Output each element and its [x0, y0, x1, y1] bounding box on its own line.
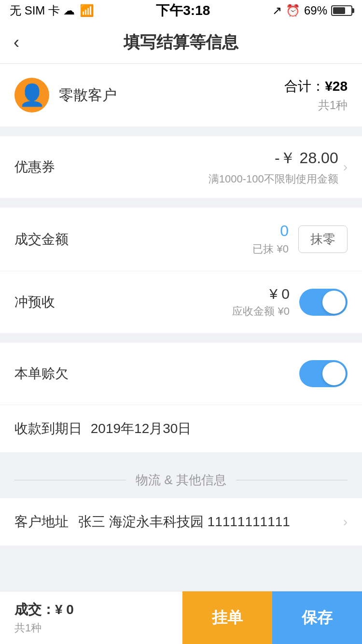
bottom-count: 共1种	[14, 621, 168, 635]
deal-card: 成交金额 0 已抹 ¥0 抹零 冲预收 ¥ 0 应收金额 ¥0	[0, 208, 362, 333]
logistics-title: 物流 & 其他信息	[136, 472, 226, 489]
alarm-icon: ⏰	[286, 4, 300, 17]
debt-toggle[interactable]	[299, 360, 348, 387]
logistics-header-inner: 物流 & 其他信息	[14, 472, 348, 489]
customer-row: 👤 零散客户 合计：¥28 共1种	[0, 64, 362, 126]
hang-order-button[interactable]: 挂单	[182, 591, 272, 644]
coupon-right: -￥ 28.00 满1000-100不限制使用金额	[209, 148, 338, 186]
location-icon: ↗	[272, 4, 282, 17]
pre-receipt-label: 冲预收	[14, 293, 55, 311]
deal-amount-label: 成交金额	[14, 230, 69, 249]
zeroed-label: 已抹 ¥0	[252, 242, 289, 256]
deal-amount-row: 成交金额 0 已抹 ¥0 抹零	[0, 208, 362, 271]
customer-left: 👤 零散客户	[14, 78, 117, 112]
address-row[interactable]: 客户地址 张三 海淀永丰科技园 11111111111 ›	[0, 498, 362, 546]
address-label: 客户地址	[14, 513, 69, 531]
debt-label: 本单赊欠	[14, 364, 69, 383]
round-zero-button[interactable]: 抹零	[298, 225, 348, 253]
address-chevron-icon: ›	[343, 514, 348, 530]
pre-receipt-right: ¥ 0 应收金额 ¥0	[232, 286, 348, 319]
address-value: 张三 海淀永丰科技园 11111111111	[78, 513, 343, 531]
battery-percent: 69%	[304, 4, 327, 17]
no-sim-text: 无 SIM 卡 ☁	[10, 3, 75, 18]
battery-icon	[331, 5, 352, 16]
customer-name: 零散客户	[59, 85, 117, 105]
deal-amount-right: 0 已抹 ¥0 抹零	[252, 222, 348, 256]
divider-right	[236, 480, 348, 480]
pre-receipt-toggle[interactable]	[299, 289, 348, 316]
due-date-row: 收款到期日 2019年12月30日	[0, 405, 362, 452]
status-left: 无 SIM 卡 ☁ 📶	[10, 3, 94, 18]
coupon-row[interactable]: 优惠券 -￥ 28.00 满1000-100不限制使用金额 ›	[0, 136, 362, 198]
coupon-label: 优惠券	[14, 158, 55, 176]
nav-bar: ‹ 填写结算等信息	[0, 21, 362, 64]
coupon-chevron-icon: ›	[343, 159, 348, 175]
due-date-value[interactable]: 2019年12月30日	[91, 421, 192, 436]
total-label: 合计：	[284, 79, 325, 94]
status-bar: 无 SIM 卡 ☁ 📶 下午3:18 ↗ ⏰ 69%	[0, 0, 362, 21]
pre-receipt-amount: ¥ 0	[232, 286, 290, 302]
toggle-knob	[322, 291, 346, 314]
total-count: 共1种	[284, 98, 348, 113]
coupon-desc: 满1000-100不限制使用金额	[209, 172, 338, 186]
divider-left	[14, 480, 126, 480]
save-button[interactable]: 保存	[272, 591, 362, 644]
page-title: 填写结算等信息	[124, 31, 238, 54]
debt-card: 本单赊欠 收款到期日 2019年12月30日	[0, 343, 362, 452]
pre-receipt-row: 冲预收 ¥ 0 应收金额 ¥0	[0, 271, 362, 333]
status-time: 下午3:18	[156, 1, 210, 20]
total-amount: 合计：¥28	[284, 77, 348, 96]
user-icon: 👤	[19, 83, 45, 108]
receivable-label: 应收金额 ¥0	[232, 304, 290, 319]
bottom-deal-amount: ¥ 0	[55, 602, 74, 617]
deal-amount-value[interactable]: 0	[252, 222, 289, 240]
debt-toggle-knob	[322, 362, 346, 385]
back-button[interactable]: ‹	[14, 32, 19, 53]
coupon-amount: -￥ 28.00	[209, 148, 338, 169]
due-date-label: 收款到期日	[14, 421, 82, 436]
total-value: ¥28	[325, 79, 348, 94]
avatar: 👤	[14, 78, 49, 112]
wifi-icon: 📶	[80, 4, 94, 17]
bottom-bar: 成交：¥ 0 共1种 挂单 保存	[0, 591, 362, 644]
bottom-deal-text: 成交：¥ 0	[14, 601, 168, 619]
status-right: ↗ ⏰ 69%	[272, 4, 352, 17]
bottom-deal-label: 成交：	[14, 602, 55, 617]
debt-row: 本单赊欠	[0, 343, 362, 405]
customer-total: 合计：¥28 共1种	[284, 77, 348, 113]
logistics-header: 物流 & 其他信息	[0, 462, 362, 498]
content-area: 👤 零散客户 合计：¥28 共1种 优惠券 -￥ 28.00 满1000-100…	[0, 64, 362, 618]
bottom-summary: 成交：¥ 0 共1种	[0, 601, 182, 635]
